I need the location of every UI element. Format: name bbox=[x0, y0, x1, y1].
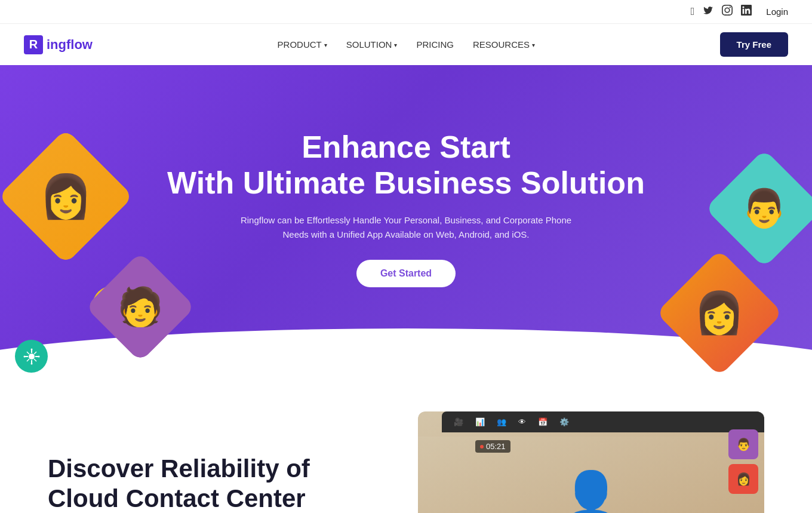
get-started-button[interactable]: Get Started bbox=[356, 260, 456, 287]
chart-icon: 📊 bbox=[475, 417, 485, 426]
nav-links: PRODUCT ▾ SOLUTION ▾ PRICING RESOURCES ▾ bbox=[278, 39, 535, 50]
video-mock: 05:21 🎥 📊 👥 👁 📅 ⚙️ 👤 Everything good for… bbox=[418, 411, 764, 513]
video-icon: 🎥 bbox=[454, 417, 463, 426]
hero-section: 👩 👨 Enhance Start With Ultimate Business… bbox=[0, 65, 812, 376]
logo-text: ingflow bbox=[47, 37, 93, 53]
hero-subtext: Ringflow can be Effortlessly Handle Your… bbox=[227, 213, 585, 242]
hero-heading-line1: Enhance Start bbox=[302, 130, 510, 164]
instagram-icon[interactable] bbox=[722, 5, 733, 19]
svg-line-9 bbox=[34, 359, 36, 361]
linkedin-icon[interactable] bbox=[741, 5, 752, 19]
login-link[interactable]: Login bbox=[766, 7, 788, 17]
hero-heading: Enhance Start With Ultimate Business Sol… bbox=[167, 130, 645, 201]
avatar-bottom-center: 🧑 bbox=[85, 252, 195, 362]
eye-icon: 👁 bbox=[518, 417, 526, 426]
svg-point-15 bbox=[38, 355, 39, 357]
participant-avatar-1: 👨 bbox=[728, 429, 758, 459]
settings-icon: ⚙️ bbox=[559, 417, 569, 426]
video-call-illustration: 05:21 🎥 📊 👥 👁 📅 ⚙️ 👤 Everything good for… bbox=[418, 411, 764, 513]
avatar-bottom-right: 👩 bbox=[656, 250, 783, 376]
main-video-feed: 👤 bbox=[418, 437, 764, 513]
chevron-down-icon: ▾ bbox=[324, 42, 327, 48]
calendar-icon: 📅 bbox=[538, 417, 548, 426]
social-icons:  Login bbox=[691, 5, 788, 19]
navbar: R ingflow PRODUCT ▾ SOLUTION ▾ PRICING R… bbox=[0, 24, 812, 65]
logo-icon: R bbox=[24, 35, 43, 54]
svg-point-14 bbox=[23, 355, 25, 357]
nav-item-pricing[interactable]: PRICING bbox=[416, 39, 454, 50]
chevron-down-icon: ▾ bbox=[394, 42, 397, 48]
top-bar:  Login bbox=[0, 0, 812, 24]
facebook-icon[interactable]:  bbox=[691, 5, 695, 18]
avatar-top-left: 👩 bbox=[0, 129, 133, 264]
reliability-section: Discover Reliability of Cloud Contact Ce… bbox=[0, 376, 812, 513]
participant-avatar-2: 👩 bbox=[728, 464, 758, 494]
participant-list: 👨 👩 bbox=[722, 423, 764, 500]
svg-point-13 bbox=[30, 363, 32, 364]
svg-line-10 bbox=[34, 352, 36, 354]
logo[interactable]: R ingflow bbox=[24, 35, 93, 54]
svg-line-11 bbox=[27, 359, 29, 361]
svg-point-12 bbox=[30, 348, 32, 350]
nav-item-resources[interactable]: RESOURCES ▾ bbox=[473, 39, 535, 50]
recording-timer: 05:21 bbox=[475, 440, 510, 453]
reliability-text: Discover Reliability of Cloud Contact Ce… bbox=[48, 454, 394, 513]
svg-line-8 bbox=[27, 352, 29, 354]
nav-item-solution[interactable]: SOLUTION ▾ bbox=[346, 39, 398, 50]
reliability-heading: Discover Reliability of Cloud Contact Ce… bbox=[48, 454, 394, 513]
chevron-down-icon: ▾ bbox=[532, 42, 535, 48]
twitter-icon[interactable] bbox=[703, 5, 713, 19]
record-dot bbox=[480, 445, 484, 449]
hero-heading-line2: With Ultimate Business Solution bbox=[167, 165, 645, 200]
people-icon: 👥 bbox=[497, 417, 506, 426]
nav-item-product[interactable]: PRODUCT ▾ bbox=[278, 39, 327, 50]
svg-point-3 bbox=[29, 354, 35, 360]
virus-icon bbox=[15, 340, 48, 373]
video-toolbar: 05:21 🎥 📊 👥 👁 📅 ⚙️ bbox=[442, 411, 764, 432]
try-free-button[interactable]: Try Free bbox=[720, 32, 788, 57]
avatar-top-right: 👨 bbox=[705, 149, 812, 268]
